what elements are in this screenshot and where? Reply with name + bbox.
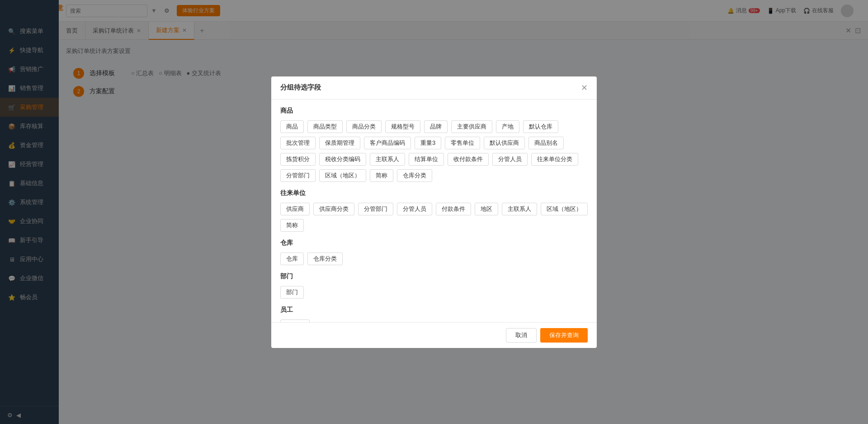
modal-dialog: 分组待选字段 ✕ 商品商品商品类型商品分类规格型号品牌主要供应商产地默认仓库批次…: [271, 76, 597, 119]
section-title-0: 商品: [280, 107, 588, 115]
modal-title: 分组待选字段: [280, 83, 321, 92]
modal-body[interactable]: 商品商品商品类型商品分类规格型号品牌主要供应商产地默认仓库批次管理保质期管理客户…: [271, 100, 597, 119]
modal-overlay: 分组待选字段 ✕ 商品商品商品类型商品分类规格型号品牌主要供应商产地默认仓库批次…: [0, 0, 868, 119]
modal-close-icon[interactable]: ✕: [581, 83, 588, 93]
modal-header: 分组待选字段 ✕: [271, 76, 597, 100]
